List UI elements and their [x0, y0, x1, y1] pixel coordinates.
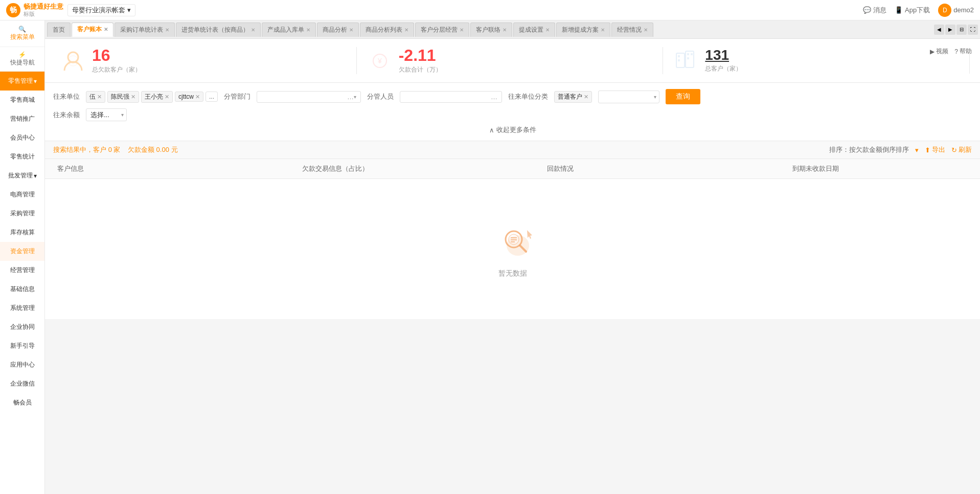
tab-customer-segment-close[interactable]: ✕: [460, 27, 464, 33]
help-label: 帮助: [960, 47, 972, 56]
content-area: 首页 客户账本 ✕ 采购订单统计表 ✕ 进货单统计表（按商品） ✕ 产成品入库单…: [45, 20, 980, 494]
table-header: 客户信息 欠款交易信息（占比） 回款情况 到期未收款日期: [45, 159, 980, 179]
logo-area: 畅 畅捷通好生意 标版: [6, 3, 63, 17]
dept-input[interactable]: [261, 93, 347, 101]
person-input-dots[interactable]: …: [491, 93, 497, 101]
person-input-wrap: …: [400, 91, 502, 103]
sidebar-item-ecommerce[interactable]: 电商管理: [0, 185, 44, 204]
sidebar-item-wholesale-mgmt[interactable]: 批发管理 ▾: [0, 166, 44, 185]
unit-class-tag-1-remove[interactable]: ✕: [584, 94, 588, 100]
tab-home[interactable]: 首页: [47, 23, 71, 37]
collapse-filter-button[interactable]: ∧ 收起更多条件: [53, 125, 972, 134]
help-button[interactable]: ? 帮助: [954, 47, 972, 56]
unit-class-select-wrap: ▾: [598, 91, 659, 103]
sidebar-item-retail-stats[interactable]: 零售统计: [0, 147, 44, 166]
tab-customer-connect[interactable]: 客户联络 ✕: [470, 23, 512, 37]
tab-customer-accounts-close[interactable]: ✕: [104, 27, 108, 32]
user-menu[interactable]: D demo2: [938, 4, 974, 17]
company-select[interactable]: 母婴行业演示帐套 ▾: [67, 4, 135, 16]
tab-menu-arrow[interactable]: ⊟: [956, 25, 967, 35]
company-name: 母婴行业演示帐套: [72, 6, 125, 15]
tab-customer-segment-label: 客户分层经营: [421, 26, 458, 34]
tab-prev-arrow[interactable]: ◀: [934, 25, 944, 35]
sidebar-item-enterprise-coop[interactable]: 企业协同: [0, 318, 44, 336]
tab-inbound-stats[interactable]: 进货单统计表（按商品） ✕: [176, 23, 261, 37]
sidebar-item-vip[interactable]: 畅会员: [0, 393, 44, 412]
sidebar-system-label: 系统管理: [10, 304, 35, 311]
sidebar-item-enterprise-wechat[interactable]: 企业微信: [0, 374, 44, 393]
sidebar-item-basic-info[interactable]: 基础信息: [0, 280, 44, 299]
message-button[interactable]: 💬 消息: [863, 6, 886, 15]
sidebar-enterprise-coop-label: 企业协同: [10, 323, 35, 330]
tab-expand-arrow[interactable]: ⛶: [968, 25, 978, 35]
tab-product-analysis[interactable]: 商品分析 ✕: [317, 23, 359, 37]
sidebar-item-operation[interactable]: 经营管理: [0, 261, 44, 280]
tab-customer-connect-close[interactable]: ✕: [503, 27, 507, 33]
app-download-button[interactable]: 📱 App下载: [895, 6, 930, 15]
message-label: 消息: [873, 6, 886, 15]
debt-customers-label: 总欠款客户（家）: [92, 65, 141, 74]
tab-new-raise-plan-close[interactable]: ✕: [601, 27, 605, 33]
sidebar-item-finance[interactable]: 资金管理: [0, 242, 44, 261]
tab-product-analysis-close[interactable]: ✕: [349, 27, 353, 33]
sidebar-item-app-center[interactable]: 应用中心: [0, 355, 44, 374]
sidebar: 🔍 搜索菜单 ⚡ 快捷导航 零售管理 ▾ 零售商城 营销推广 会员中心 零售统计…: [0, 20, 45, 494]
sidebar-marketing-label: 营销推广: [10, 115, 35, 122]
dept-input-dots[interactable]: …: [347, 93, 354, 101]
tab-product-inbound-close[interactable]: ✕: [306, 27, 310, 33]
tab-new-raise-plan[interactable]: 新增提成方案 ✕: [556, 23, 610, 37]
top-bar-right: 💬 消息 📱 App下载 D demo2: [863, 4, 974, 17]
more-tags-label: ...: [209, 93, 214, 100]
stat-debt-customers: 16 总欠款客户（家）: [55, 47, 357, 74]
tab-operation-close[interactable]: ✕: [644, 27, 648, 33]
sidebar-item-marketing[interactable]: 营销推广: [0, 109, 44, 128]
sidebar-item-retail-mgmt[interactable]: 零售管理 ▾: [0, 72, 44, 91]
unit-class-select[interactable]: [598, 91, 659, 103]
tab-product-analysis-list-close[interactable]: ✕: [404, 27, 408, 33]
stat-debt-total-values: -2.11 欠款合计（万）: [399, 47, 442, 74]
sidebar-enterprise-wechat-label: 企业微信: [10, 380, 35, 387]
collapse-up-icon: ∧: [489, 126, 494, 134]
filter-tag-1-remove[interactable]: ✕: [97, 94, 102, 100]
tab-customer-segment[interactable]: 客户分层经营 ✕: [415, 23, 469, 37]
sidebar-item-purchase[interactable]: 采购管理: [0, 204, 44, 223]
tab-operation-status[interactable]: 经营情况 ✕: [611, 23, 653, 37]
tab-raise-settings-close[interactable]: ✕: [545, 27, 550, 33]
query-button[interactable]: 查询: [666, 89, 700, 104]
tab-purchase-order-stats[interactable]: 采购订单统计表 ✕: [115, 23, 175, 37]
total-customers-icon: [673, 48, 699, 74]
logo-text: 畅捷通好生意: [24, 3, 63, 11]
tab-next-arrow[interactable]: ▶: [945, 25, 955, 35]
empty-state-icon: [492, 220, 533, 261]
tab-raise-settings[interactable]: 提成设置 ✕: [513, 23, 555, 37]
refresh-icon: ↻: [951, 146, 957, 154]
filter-more-tags[interactable]: ...: [206, 92, 218, 102]
sidebar-item-newbie[interactable]: 新手引导: [0, 336, 44, 355]
tab-inbound-close[interactable]: ✕: [251, 27, 255, 33]
video-help-button[interactable]: ▶ 视频: [930, 47, 948, 56]
sidebar-item-retail-mall[interactable]: 零售商城: [0, 91, 44, 109]
sidebar-quick-nav[interactable]: ⚡ 快捷导航: [0, 47, 44, 72]
filter-tag-4-remove[interactable]: ✕: [195, 94, 200, 100]
stat-total-customers: 131 总客户（家）: [663, 48, 970, 74]
balance-select[interactable]: 选择...: [86, 108, 127, 121]
refresh-button[interactable]: ↻ 刷新: [951, 145, 972, 154]
filter-tag-2-remove[interactable]: ✕: [131, 94, 135, 100]
debt-total-number: -2.11: [399, 47, 442, 63]
results-actions: 排序：按欠款金额倒序排序 ▾ ⬆ 导出 ↻ 刷新: [829, 145, 972, 154]
customer-count: 0: [108, 146, 112, 153]
sidebar-item-system[interactable]: 系统管理: [0, 299, 44, 318]
filter-tag-2-label: 陈民强: [111, 93, 129, 101]
tab-product-inbound[interactable]: 产成品入库单 ✕: [262, 23, 316, 37]
results-bar: 搜索结果中，客户 0 家 欠款金额 0.00 元 排序：按欠款金额倒序排序 ▾ …: [45, 141, 980, 159]
tab-customer-accounts[interactable]: 客户账本 ✕: [72, 23, 113, 37]
export-button[interactable]: ⬆ 导出: [925, 145, 945, 154]
sidebar-item-member-center[interactable]: 会员中心: [0, 128, 44, 147]
filter-tag-3-remove[interactable]: ✕: [165, 94, 169, 100]
person-input[interactable]: [404, 93, 491, 101]
tab-product-analysis-list[interactable]: 商品分析列表 ✕: [360, 23, 414, 37]
sidebar-search[interactable]: 🔍 搜索菜单: [0, 20, 44, 47]
sidebar-wholesale-label: 批发管理: [8, 171, 33, 180]
sidebar-item-inventory[interactable]: 库存核算: [0, 223, 44, 242]
tab-purchase-order-close[interactable]: ✕: [165, 27, 169, 33]
